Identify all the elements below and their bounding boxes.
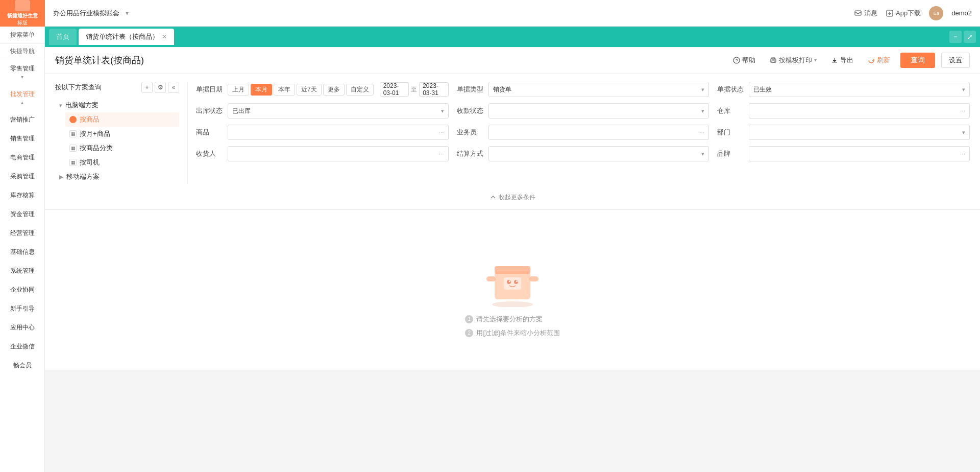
salesman-input[interactable]: ··· <box>488 125 709 140</box>
filter-settlement: 结算方式 ▾ <box>457 146 709 161</box>
export-button[interactable]: 导出 <box>827 54 857 67</box>
scheme-item-by-category[interactable]: ▦ 按商品分类 <box>65 141 179 155</box>
main-area: 办公用品行业模拟账套 ▾ 消息 App下载 Ea demo2 首页 销货单统计表… <box>45 0 980 472</box>
warehouse-input[interactable]: ··· <box>749 103 970 119</box>
sidebar-quick-nav[interactable]: 快捷导航 <box>0 44 44 59</box>
tab-report[interactable]: 销货单统计表（按商品） ✕ <box>79 29 174 45</box>
settlement-input[interactable]: ▾ <box>488 146 709 161</box>
scheme-item-by-product[interactable]: 按商品 <box>65 112 179 127</box>
doc-status-input[interactable]: 已生效 ▾ <box>749 82 970 97</box>
sidebar-item-wholesale[interactable]: 批发管理 ▴ <box>0 85 44 110</box>
product-input[interactable]: ··· <box>228 125 449 140</box>
user-avatar[interactable]: Ea <box>929 6 943 20</box>
svg-rect-16 <box>529 276 538 281</box>
brand-label: 品牌 <box>717 149 745 158</box>
sidebar-item-retail[interactable]: 零售管理 ▾ <box>0 59 44 85</box>
username-label: demo2 <box>951 9 972 17</box>
brand-input[interactable]: ··· <box>749 146 970 161</box>
filter-row-2: 出库状态 已出库 ▾ 收款状态 ▾ <box>196 103 970 119</box>
topbar-brand-dropdown[interactable]: ▾ <box>126 10 129 17</box>
filter-warehouse: 仓库 ··· <box>717 103 970 119</box>
sidebar-item-guide[interactable]: 新手引导 <box>0 299 44 318</box>
doc-status-dropdown-icon: ▾ <box>962 86 965 93</box>
filter-doc-type: 单据类型 销货单 ▾ <box>457 82 709 97</box>
filter-right: 单据日期 上月 本月 本年 近7天 更多 自定义 <box>196 82 970 168</box>
svg-point-14 <box>516 280 518 282</box>
sidebar-item-wechat[interactable]: 企业微信 <box>0 337 44 356</box>
sidebar-item-inventory[interactable]: 库存核算 <box>0 186 44 205</box>
date-to-input[interactable]: 2023-03-31 <box>419 82 449 97</box>
payment-status-input[interactable]: ▾ <box>488 103 709 119</box>
refresh-icon <box>868 57 875 64</box>
doc-type-input[interactable]: 销货单 ▾ <box>488 82 709 97</box>
date-tab-7days[interactable]: 近7天 <box>297 84 322 96</box>
sidebar-item-finance[interactable]: 资金管理 <box>0 205 44 224</box>
department-dropdown-icon: ▾ <box>962 129 965 136</box>
tab-close-icon[interactable]: ✕ <box>162 33 167 40</box>
sidebar-item-basic[interactable]: 基础信息 <box>0 243 44 262</box>
date-tab-more[interactable]: 更多 <box>323 84 345 96</box>
date-from-input[interactable]: 2023-03-01 <box>380 82 409 97</box>
svg-point-13 <box>509 280 510 282</box>
scheme-icon-category: ▦ <box>69 145 77 152</box>
query-button[interactable]: 查询 <box>900 53 935 68</box>
date-tab-this-year[interactable]: 本年 <box>274 84 295 96</box>
scheme-panel: 按以下方案查询 + ⚙ « ▾ 电脑端方案 <box>55 82 188 184</box>
date-tab-custom[interactable]: 自定义 <box>346 84 374 96</box>
collapse-icon <box>489 194 497 201</box>
settings-button[interactable]: 设置 <box>941 53 970 68</box>
tab-home[interactable]: 首页 <box>49 29 77 45</box>
app-download-button[interactable]: App下载 <box>886 9 921 18</box>
message-icon <box>854 9 862 17</box>
date-label: 单据日期 <box>196 85 224 94</box>
maximize-button[interactable]: ⤢ <box>964 31 976 43</box>
print-dropdown-icon[interactable]: ▾ <box>814 57 817 63</box>
collapse-button[interactable]: 收起更多条件 <box>55 190 970 205</box>
warehouse-dots: ··· <box>960 107 965 114</box>
filter-payment-status: 收款状态 ▾ <box>457 103 709 119</box>
sidebar-item-member[interactable]: 畅会员 <box>0 356 44 375</box>
scheme-add-icon[interactable]: + <box>141 82 153 93</box>
filter-out-status: 出库状态 已出库 ▾ <box>196 103 449 119</box>
empty-state: 1 请先选择要分析的方案 2 用[过滤]条件来缩小分析范围 <box>45 210 980 370</box>
minimize-button[interactable]: － <box>949 31 962 43</box>
sidebar-logo[interactable]: 畅捷通好生意 标版 <box>0 0 45 27</box>
sidebar-item-system[interactable]: 系统管理 <box>0 262 44 280</box>
refresh-button[interactable]: 刷新 <box>864 54 894 67</box>
out-status-input[interactable]: 已出库 ▾ <box>228 103 449 119</box>
scheme-tree: ▾ 电脑端方案 按商品 ▦ 按月+商品 <box>55 98 179 184</box>
sidebar-item-purchase[interactable]: 采购管理 <box>0 167 44 186</box>
sidebar-item-enterprise[interactable]: 企业协同 <box>0 280 44 299</box>
doc-type-dropdown-icon: ▾ <box>701 86 704 93</box>
filter-brand: 品牌 ··· <box>717 146 970 161</box>
message-button[interactable]: 消息 <box>854 9 877 18</box>
salesman-label: 业务员 <box>457 128 484 137</box>
page-title: 销货单统计表(按商品) <box>55 54 729 66</box>
date-tab-this-month[interactable]: 本月 <box>251 84 272 96</box>
department-input[interactable]: ▾ <box>749 125 970 140</box>
sidebar-item-sales[interactable]: 销售管理 <box>0 129 44 148</box>
print-button[interactable]: 按模板打印 ▾ <box>766 54 821 67</box>
scheme-mobile-group: ▶ 移动端方案 <box>55 170 179 184</box>
scheme-settings-icon[interactable]: ⚙ <box>155 82 166 93</box>
scheme-item-by-driver[interactable]: ▦ 按司机 <box>65 155 179 170</box>
sidebar-item-marketing[interactable]: 营销推广 <box>0 110 44 129</box>
help-button[interactable]: ? 帮助 <box>729 54 760 67</box>
scheme-collapse-icon[interactable]: « <box>168 82 179 93</box>
tabbar: 首页 销货单统计表（按商品） ✕ － ⤢ <box>45 27 980 47</box>
date-input-range: 2023-03-01 至 2023-03-31 <box>380 82 449 97</box>
active-scheme-indicator <box>69 116 77 123</box>
filter-row-3: 商品 ··· 业务员 ··· <box>196 125 970 140</box>
scheme-item-by-month-product[interactable]: ▦ 按月+商品 <box>65 127 179 141</box>
sidebar-item-operation[interactable]: 经营管理 <box>0 224 44 243</box>
date-tab-last-month[interactable]: 上月 <box>228 84 249 96</box>
sidebar-item-apps[interactable]: 应用中心 <box>0 318 44 337</box>
filter-row-4: 收货人 ··· 结算方式 ▾ <box>196 146 970 161</box>
scheme-desktop-group: ▾ 电脑端方案 <box>55 98 179 112</box>
filter-product: 商品 ··· <box>196 125 449 140</box>
salesman-dots: ··· <box>699 129 704 136</box>
consignee-input[interactable]: ··· <box>228 146 449 161</box>
sidebar-item-ecommerce[interactable]: 电商管理 <box>0 148 44 167</box>
sidebar-search[interactable]: 搜索菜单 <box>0 27 44 44</box>
department-label: 部门 <box>717 128 745 137</box>
